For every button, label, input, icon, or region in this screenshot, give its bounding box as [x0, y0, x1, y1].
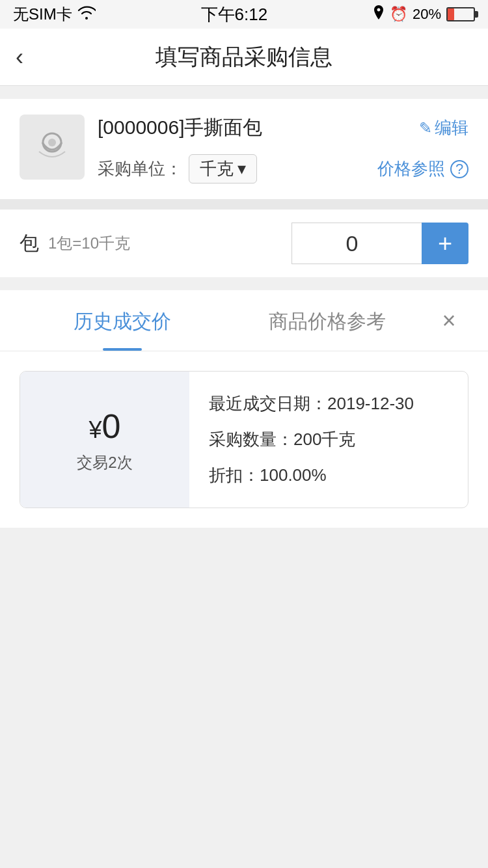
unit-label: 采购单位： 千克 ▾: [98, 154, 257, 183]
product-unit-row: 采购单位： 千克 ▾ 价格参照 ?: [98, 154, 468, 183]
tabs-close-button[interactable]: ×: [429, 301, 468, 340]
price-summary: ¥0 交易2次: [20, 372, 189, 508]
product-title-row: [0000006]手撕面包 ✎ 编辑: [98, 115, 468, 141]
price-amount: ¥0: [89, 407, 121, 446]
product-image: [20, 115, 85, 180]
page-title: 填写商品采购信息: [156, 42, 332, 72]
battery-icon: [446, 7, 475, 21]
product-header: [0000006]手撕面包 ✎ 编辑 采购单位： 千克 ▾ 价格参照 ?: [20, 115, 468, 183]
quantity-sub-label: 1包=10千克: [48, 233, 130, 254]
edit-button[interactable]: ✎ 编辑: [419, 116, 468, 139]
tabs-header: 历史成交价 商品价格参考 ×: [0, 290, 488, 351]
quantity-label: 包 1包=10千克: [20, 230, 130, 257]
back-button[interactable]: ‹: [16, 44, 23, 71]
price-reference-button[interactable]: 价格参照 ?: [377, 157, 468, 180]
discount-row: 折扣：100.00%: [209, 463, 448, 488]
unit-select[interactable]: 千克 ▾: [189, 154, 257, 183]
currency-symbol: ¥: [89, 416, 102, 443]
status-left: 无SIM卡: [13, 4, 96, 25]
quantity-control: +: [291, 223, 468, 264]
tabs-section: 历史成交价 商品价格参考 × ¥0 交易2次 最近成交日期：2019-12-30…: [0, 290, 488, 528]
price-card-container: ¥0 交易2次 最近成交日期：2019-12-30 采购数量：200千克 折扣：…: [0, 351, 488, 528]
quantity-row: 包 1包=10千克 +: [0, 210, 488, 277]
location-icon: [373, 5, 385, 23]
status-bar: 无SIM卡 下午6:12 ⏰ 20%: [0, 0, 488, 29]
help-icon: ?: [450, 160, 468, 178]
svg-point-1: [48, 139, 56, 146]
alarm-icon: ⏰: [390, 6, 407, 23]
price-transactions: 交易2次: [77, 452, 132, 473]
quantity-input[interactable]: [291, 223, 422, 264]
carrier-text: 无SIM卡: [13, 4, 72, 25]
edit-icon: ✎: [419, 119, 432, 137]
product-card: [0000006]手撕面包 ✎ 编辑 采购单位： 千克 ▾ 价格参照 ?: [0, 99, 488, 199]
battery-percent: 20%: [413, 6, 441, 23]
quantity-unit: 包: [20, 230, 39, 257]
price-card: ¥0 交易2次 最近成交日期：2019-12-30 采购数量：200千克 折扣：…: [20, 371, 468, 508]
dropdown-icon: ▾: [237, 159, 246, 179]
nav-bar: ‹ 填写商品采购信息: [0, 29, 488, 86]
wifi-icon: [77, 5, 96, 23]
product-info: [0000006]手撕面包 ✎ 编辑 采购单位： 千克 ▾ 价格参照 ?: [98, 115, 468, 183]
main-background: [0, 528, 488, 868]
quantity-plus-button[interactable]: +: [422, 223, 468, 264]
tab-price-reference[interactable]: 商品价格参考: [224, 290, 429, 351]
section-divider: [0, 199, 488, 210]
purchase-qty-row: 采购数量：200千克: [209, 427, 448, 452]
status-time: 下午6:12: [201, 3, 268, 26]
price-details: 最近成交日期：2019-12-30 采购数量：200千克 折扣：100.00%: [189, 372, 468, 508]
recent-date-row: 最近成交日期：2019-12-30: [209, 391, 448, 416]
status-right: ⏰ 20%: [373, 5, 475, 23]
product-name: [0000006]手撕面包: [98, 115, 262, 141]
tab-history-price[interactable]: 历史成交价: [20, 290, 224, 351]
